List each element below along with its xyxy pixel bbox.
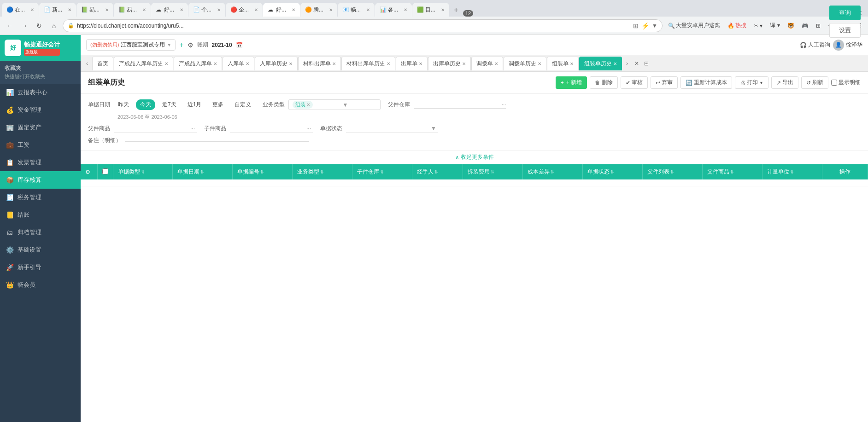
browser-tab-2[interactable]: 📄 新... ✕ — [39, 3, 76, 17]
date-btn-yesterday[interactable]: 昨天 — [114, 99, 133, 110]
customer-service-button[interactable]: 🎧 人工咨询 — [800, 41, 830, 49]
biz-type-tag-close[interactable]: ✕ — [306, 102, 310, 107]
emoji-button[interactable]: 🐯 — [785, 22, 797, 30]
browser-tab-8[interactable]: ☁ 好... ✕ — [263, 3, 300, 17]
page-tab-adjust-history[interactable]: 调拨单历史 ✕ — [504, 57, 546, 70]
prod-in-history-close[interactable]: ✕ — [164, 61, 168, 66]
th-type[interactable]: 单据类型⇅ — [113, 164, 173, 179]
page-tab-out-order[interactable]: 出库单 ✕ — [396, 57, 428, 70]
browser-tab-6[interactable]: 📄 个... ✕ — [188, 3, 225, 17]
sidebar-item-tax[interactable]: 🧾 税务管理 — [0, 189, 81, 206]
scissors-button[interactable]: ✂ ▾ — [751, 22, 765, 30]
show-detail-checkbox[interactable]: 显示明细 — [831, 79, 861, 87]
adjust-history-close[interactable]: ✕ — [538, 61, 541, 66]
th-cost-diff[interactable]: 成本差异⇅ — [523, 164, 583, 179]
th-order-status[interactable]: 单据状态⇅ — [583, 164, 643, 179]
adjust-close[interactable]: ✕ — [494, 61, 498, 66]
th-parent-list[interactable]: 父件列表⇅ — [643, 164, 703, 179]
tab-close-5[interactable]: ✕ — [180, 7, 183, 12]
th-parent-goods[interactable]: 父件商品⇅ — [703, 164, 762, 179]
tab-close-10[interactable]: ✕ — [366, 7, 370, 12]
page-tab-mat-out[interactable]: 材料出库单 ✕ — [298, 57, 341, 70]
notes-input[interactable] — [125, 139, 309, 142]
collapse-bar[interactable]: ∧ 收起更多条件 — [81, 150, 868, 164]
page-tab-assembly-history[interactable]: 组装单历史 ✕ — [579, 57, 622, 70]
sidebar-item-invoice[interactable]: 📋 发票管理 — [0, 154, 81, 171]
in-order-close[interactable]: ✕ — [246, 61, 249, 66]
forward-button[interactable]: → — [18, 20, 30, 32]
tab-close-6[interactable]: ✕ — [217, 7, 221, 12]
date-btn-more[interactable]: 更多 — [208, 99, 228, 110]
mat-out-history-close[interactable]: ✕ — [387, 61, 390, 66]
page-tab-assembly[interactable]: 组装单 ✕ — [547, 57, 579, 70]
out-history-close[interactable]: ✕ — [462, 61, 466, 66]
assembly-history-close[interactable]: ✕ — [613, 61, 617, 66]
grid-view-button[interactable]: ⊞ — [813, 22, 823, 30]
translate-button[interactable]: 译 ▾ — [767, 21, 782, 30]
th-disassemble-fee[interactable]: 拆装费用⇅ — [463, 164, 523, 179]
assembly-close[interactable]: ✕ — [570, 61, 574, 66]
browser-tab-1[interactable]: 🔵 在... ✕ — [2, 3, 39, 17]
browser-tab-7[interactable]: 🔴 企... ✕ — [226, 3, 263, 17]
date-btn-7days[interactable]: 近7天 — [158, 99, 181, 110]
new-tab-button[interactable]: + — [450, 4, 463, 17]
home-button[interactable]: ⌂ — [48, 20, 60, 32]
url-lightning-icon[interactable]: ⚡ — [641, 22, 649, 29]
biz-type-field[interactable]: 组装 ✕ ▼ — [288, 99, 381, 110]
tab-close-7[interactable]: ✕ — [254, 7, 258, 12]
user-info[interactable]: 👤 徐泽华 — [833, 40, 862, 51]
th-checkbox[interactable] — [97, 164, 113, 179]
sidebar-item-guide[interactable]: 🚀 新手引导 — [0, 259, 81, 276]
th-biz-type[interactable]: 业务类型⇅ — [293, 164, 352, 179]
browser-tab-5[interactable]: ☁ 好... ✕ — [151, 3, 188, 17]
sidebar-item-archive[interactable]: 🗂 归档管理 — [0, 224, 81, 241]
browser-tab-10[interactable]: 📧 畅... ✕ — [338, 3, 375, 17]
th-unit[interactable]: 计量单位⇅ — [762, 164, 822, 179]
parent-goods-input[interactable]: ··· — [114, 124, 197, 133]
tab-close-11[interactable]: ✕ — [404, 7, 407, 12]
browser-tab-9[interactable]: 🟠 腾... ✕ — [300, 3, 337, 17]
audit-button[interactable]: ✔ 审核 — [621, 76, 648, 89]
date-btn-custom[interactable]: 自定义 — [230, 99, 255, 110]
url-dropdown-icon[interactable]: ▼ — [652, 23, 657, 29]
biz-type-expand[interactable]: ▼ — [342, 102, 348, 108]
sidebar-item-settle[interactable]: 📒 结账 — [0, 206, 81, 224]
tab-close-2[interactable]: ✕ — [68, 7, 71, 12]
child-goods-input[interactable]: ··· — [230, 124, 313, 133]
order-status-dropdown[interactable]: ▼ — [346, 124, 438, 133]
page-tab-prod-in[interactable]: 产成品入库单 ✕ — [174, 57, 222, 70]
back-button[interactable]: ← — [4, 20, 16, 32]
tab-nav-right[interactable]: › — [622, 59, 632, 68]
browser-tab-3[interactable]: 📗 易... ✕ — [76, 3, 113, 17]
browser-tab-4[interactable]: 📗 易... ✕ — [114, 3, 151, 17]
parent-warehouse-more[interactable]: ··· — [502, 102, 506, 107]
company-selector[interactable]: (勿删勿禁用) 江西服宝测试专用 ▼ — [86, 39, 176, 51]
sidebar-item-fund[interactable]: 💰 资金管理 — [0, 101, 81, 119]
sidebar-item-fixed-asset[interactable]: 🏢 固定资产 — [0, 119, 81, 136]
select-all-checkbox[interactable] — [102, 168, 108, 174]
tab-close-12[interactable]: ✕ — [441, 7, 445, 12]
th-number[interactable]: 单据编号⇅ — [233, 164, 293, 179]
tab-nav-more[interactable]: ⊟ — [642, 59, 651, 68]
hot-search-button[interactable]: 🔥 热搜 — [725, 21, 749, 30]
tab-close-4[interactable]: ✕ — [142, 7, 146, 12]
sidebar-item-cloud-report[interactable]: 📊 云报表中心 — [0, 84, 81, 101]
page-tab-in-history[interactable]: 入库单历史 ✕ — [255, 57, 298, 70]
sidebar-item-salary[interactable]: 💼 工资 — [0, 136, 81, 154]
export-button[interactable]: ↗ 导出 — [771, 76, 798, 89]
favorites-shortcut[interactable]: 快捷键打开收藏夹 — [5, 73, 76, 80]
delete-button[interactable]: 🗑 删除 — [590, 76, 618, 89]
date-btn-today[interactable]: 今天 — [136, 99, 155, 110]
th-child-warehouse[interactable]: 子件仓库⇅ — [352, 164, 412, 179]
page-tab-adjust[interactable]: 调拨单 ✕ — [471, 57, 503, 70]
browser-tab-12[interactable]: 🟩 目... ✕ — [412, 3, 449, 17]
tab-close-8[interactable]: ✕ — [292, 7, 295, 12]
calendar-icon[interactable]: 📅 — [236, 42, 243, 48]
date-btn-1month[interactable]: 近1月 — [183, 99, 206, 110]
child-goods-more[interactable]: ··· — [306, 125, 311, 132]
tab-nav-close[interactable]: ✕ — [632, 59, 641, 68]
in-history-close[interactable]: ✕ — [289, 61, 293, 66]
th-handler[interactable]: 经手人⇅ — [412, 164, 463, 179]
sidebar-item-settings[interactable]: ⚙️ 基础设置 — [0, 241, 81, 259]
new-button[interactable]: + + 新增 — [556, 76, 587, 89]
